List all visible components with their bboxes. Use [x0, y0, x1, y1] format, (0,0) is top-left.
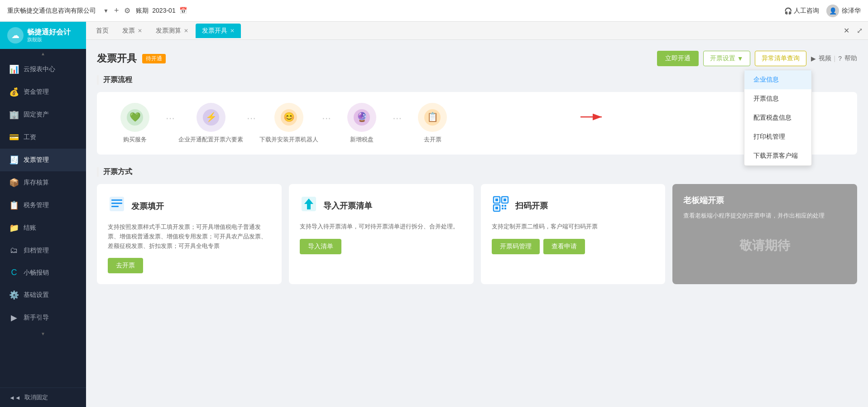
top-bar-right: 🎧 人工咨询 👤 徐泽华 — [784, 5, 861, 17]
fill-go-btn[interactable]: 去开票 — [108, 258, 143, 273]
exception-btn[interactable]: 异常清单查询 — [755, 51, 806, 66]
company-name[interactable]: 重庆畅捷交通信息咨询有限公司 — [7, 7, 96, 15]
sidebar-item-kucun[interactable]: 📦 库存核算 — [0, 171, 86, 194]
jiezhang-icon: 📁 — [9, 223, 19, 233]
sidebar-item-gudingzichan[interactable]: 🏢 固定资产 — [0, 103, 86, 126]
tab-bar: 首页 发票 ✕ 发票测算 ✕ 发票开具 ✕ ✕ ⤢ — [86, 22, 868, 40]
flow-label-4: 新增税盘 — [350, 136, 374, 144]
settings-icon[interactable]: ⚙ — [124, 6, 130, 15]
dropdown-item-kaipiaoxinxi[interactable]: 开票信息 — [744, 89, 811, 108]
svg-rect-27 — [504, 208, 506, 209]
sidebar-item-jichushezhi[interactable]: ⚙️ 基础设置 — [0, 284, 86, 306]
flow-step-3: 😊 下载并安装开票机器人 — [259, 103, 318, 144]
svg-rect-23 — [495, 207, 498, 209]
svg-rect-13 — [111, 199, 122, 201]
svg-text:🔮: 🔮 — [356, 111, 368, 122]
dropdown-item-dayinji[interactable]: 打印机管理 — [744, 127, 811, 146]
xiaochang-icon: C — [9, 268, 19, 277]
svg-text:💚: 💚 — [129, 111, 141, 122]
add-company-btn[interactable]: + — [114, 6, 119, 15]
sidebar-item-label: 资金管理 — [24, 88, 49, 96]
sidebar-item-label: 归档管理 — [24, 247, 49, 255]
sidebar-item-fapiao[interactable]: 🧾 发票管理 — [0, 149, 86, 171]
method-desc-fill: 支持按照发票样式手工填开发票；可开具增值税电子普通发票、增值税普通发票、增值税专… — [108, 223, 271, 251]
video-help[interactable]: ▶ 视频 | ? 帮助 — [811, 54, 857, 63]
tab-fapiaokaifu[interactable]: 发票开具 ✕ — [196, 24, 241, 38]
page-title: 发票开具 — [97, 52, 137, 65]
tab-fapiao-close[interactable]: ✕ — [138, 28, 142, 34]
flow-arrow-1: ··· — [162, 111, 178, 124]
unpin-icon: ◄◄ — [9, 394, 21, 401]
flow-icon-5: 📋 — [418, 103, 447, 132]
flow-icon-2: ⚡ — [197, 103, 225, 132]
sidebar-item-label: 工资 — [24, 133, 36, 141]
sidebar-item-guidang[interactable]: 🗂 归档管理 — [0, 239, 86, 262]
svg-rect-25 — [504, 205, 506, 207]
method-card-boss: 老板端开票 查看老板端小程序提交的开票申请，并作出相应的处理 敬请期待 — [672, 184, 857, 284]
gongzi-icon: 💳 — [9, 132, 19, 142]
sidebar-item-xiaochangbaoxiao[interactable]: C 小畅报销 — [0, 262, 86, 284]
method-card-fill: 发票填开 支持按照发票样式手工填开发票；可开具增值税电子普通发票、增值税普通发票… — [97, 184, 282, 284]
user-menu[interactable]: 👤 徐泽华 — [826, 5, 861, 17]
methods-section-title: 开票方式 — [97, 167, 857, 177]
method-footer-scan: 开票码管理 查看申请 — [492, 239, 655, 254]
sidebar-item-label: 新手引导 — [24, 314, 49, 322]
activate-btn[interactable]: 立即开通 — [657, 51, 699, 66]
shuiwu-icon: 📋 — [9, 200, 19, 210]
sidebar-item-gongzi[interactable]: 💳 工资 — [0, 126, 86, 149]
svg-text:⚡: ⚡ — [205, 111, 216, 122]
sidebar-item-label: 小畅报销 — [24, 269, 49, 277]
settings-dropdown: 企业信息 开票信息 配置税盘信息 打印机管理 — [744, 70, 812, 166]
flow-arrow-3: ··· — [318, 111, 335, 124]
tab-fapiao[interactable]: 发票 ✕ — [116, 24, 149, 38]
method-footer-fill: 去开票 — [108, 258, 271, 273]
sidebar-item-label: 发票管理 — [24, 156, 49, 164]
divider: | — [834, 55, 836, 62]
dropdown-item-qiyexinxi[interactable]: 企业信息 — [744, 70, 811, 89]
sidebar-scroll-down[interactable]: ▼ — [0, 329, 86, 338]
scan-code-btn[interactable]: 开票码管理 — [492, 239, 540, 254]
sidebar-item-xinshouzhidao[interactable]: ▶ 新手引导 — [0, 306, 86, 329]
sidebar-bottom-btn[interactable]: ◄◄ 取消固定 — [0, 388, 86, 407]
method-desc-import: 支持导入待开票清单，可对待开票清单进行拆分、合并处理。 — [300, 222, 463, 232]
sidebar-item-shuiwu[interactable]: 📋 税务管理 — [0, 194, 86, 217]
flow-label-5: 去开票 — [424, 136, 441, 144]
company-dropdown-icon[interactable]: ▼ — [103, 8, 109, 14]
service-btn[interactable]: 🎧 人工咨询 — [784, 7, 819, 15]
svg-rect-24 — [502, 205, 504, 207]
guidang-icon: 🗂 — [9, 246, 19, 255]
close-panel-btn[interactable]: ✕ — [842, 24, 851, 37]
kucun-icon: 📦 — [9, 178, 19, 188]
dropdown-item-peizhi[interactable]: 配置税盘信息 — [744, 108, 811, 127]
tab-fapiaokaifu-close[interactable]: ✕ — [230, 28, 235, 34]
tab-home[interactable]: 首页 — [90, 24, 115, 38]
sidebar-logo: ☁ 畅捷通好会计 旗舰版 — [0, 22, 86, 49]
fapiao-icon: 🧾 — [9, 155, 19, 165]
sidebar-item-label: 云报表中心 — [24, 65, 55, 73]
svg-rect-14 — [111, 203, 122, 204]
settings-btn[interactable]: 开票设置 ▼ — [703, 51, 750, 66]
sidebar-item-zijin[interactable]: 💰 资金管理 — [0, 81, 86, 103]
scan-apply-btn[interactable]: 查看申请 — [543, 239, 585, 254]
maximize-btn[interactable]: ⤢ — [855, 24, 864, 37]
flow-label-1: 购买服务 — [123, 136, 147, 144]
main-panel: 首页 发票 ✕ 发票测算 ✕ 发票开具 ✕ ✕ ⤢ 发票开具 — [86, 22, 868, 407]
jichushezhi-icon: ⚙️ — [9, 290, 19, 300]
import-icon — [300, 195, 318, 217]
method-card-import: 导入开票清单 支持导入待开票清单，可对待开票清单进行拆分、合并处理。 导入清单 — [289, 184, 474, 284]
method-title-scan: 扫码开票 — [515, 200, 548, 211]
flow-section: 开票流程 💚 购买服务 ··· — [97, 75, 857, 155]
methods-section: 开票方式 — [97, 167, 857, 284]
method-footer-import: 导入清单 — [300, 239, 463, 254]
sidebar-scroll-up[interactable]: ▲ — [0, 49, 86, 58]
import-btn[interactable]: 导入清单 — [300, 239, 341, 254]
tab-fapiaocesuan-close[interactable]: ✕ — [184, 28, 188, 34]
sidebar-item-yunbao[interactable]: 📊 云报表中心 — [0, 58, 86, 81]
sidebar-item-jiezhang[interactable]: 📁 结账 — [0, 217, 86, 239]
flow-arrow-2: ··· — [243, 111, 259, 124]
sidebar-item-label: 结账 — [24, 224, 36, 232]
tab-fapiaocesuan[interactable]: 发票测算 ✕ — [149, 24, 195, 38]
method-header-boss: 老板端开票 — [683, 195, 846, 206]
dropdown-item-xiazai[interactable]: 下载开票客户端 — [744, 146, 811, 165]
account-period: 账期 2023-01 📅 — [136, 7, 187, 15]
